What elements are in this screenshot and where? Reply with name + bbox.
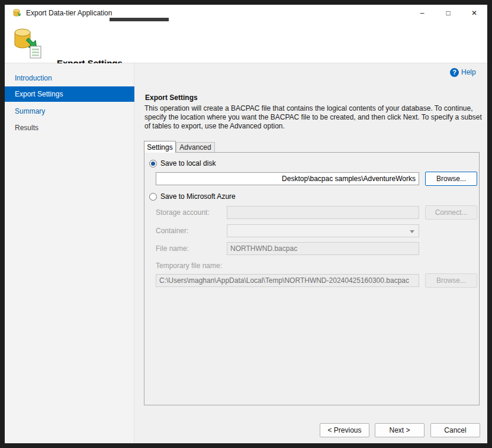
chevron-down-icon [410,230,414,233]
title-bar: Export Data-tier Application – □ ✕ [5,5,487,21]
section-description: This operation will create a BACPAC file… [144,104,485,131]
save-local-radio[interactable] [149,160,157,167]
window-title: Export Data-tier Application [26,5,112,21]
sidebar-item-results: Results [5,120,134,136]
tab-settings[interactable]: Settings [144,141,176,153]
connect-button: Connect... [425,205,477,220]
help-label: Help [461,68,476,76]
local-path-input[interactable] [156,172,419,185]
help-icon: ? [450,68,459,77]
minimize-icon: – [420,9,425,17]
save-azure-radio[interactable] [149,193,157,201]
maximize-button[interactable]: □ [435,5,461,21]
section-heading: Export Settings [145,94,198,102]
radio-checked-dot [151,162,155,166]
tab-advanced[interactable]: Advanced [176,142,215,152]
wizard-header: Export Settings [5,21,487,63]
cancel-button[interactable]: Cancel [430,423,480,437]
wizard-nav-sidebar: Introduction Export Settings Summary Res… [5,63,134,443]
help-link[interactable]: ? Help [450,67,476,77]
temp-browse-button: Browse... [425,273,477,288]
container-combobox [227,224,419,237]
sidebar-item-export-settings[interactable]: Export Settings [5,86,134,102]
sidebar-item-summary[interactable]: Summary [5,104,134,119]
sidebar-item-introduction[interactable]: Introduction [5,70,134,86]
file-name-label: File name: [156,244,189,253]
app-icon [12,8,22,18]
temp-file-input [156,274,419,287]
minimize-button[interactable]: – [409,5,435,21]
window-frame: Export Data-tier Application – □ ✕ Expor… [0,0,492,448]
close-icon: ✕ [471,9,477,17]
storage-account-label: Storage account: [156,208,210,217]
file-name-input [227,242,419,255]
previous-button[interactable]: < Previous [320,423,369,437]
temp-file-label: Temporary file name: [156,262,222,270]
save-local-label[interactable]: Save to local disk [160,159,216,167]
window-controls: – □ ✕ [409,5,487,21]
local-browse-button[interactable]: Browse... [425,172,477,186]
maximize-icon: □ [446,9,450,17]
export-database-icon [11,26,44,59]
next-button[interactable]: Next > [375,423,425,437]
save-azure-label[interactable]: Save to Microsoft Azure [160,192,236,201]
close-button[interactable]: ✕ [461,5,487,21]
storage-account-input [227,206,419,219]
container-label: Container: [156,227,188,235]
